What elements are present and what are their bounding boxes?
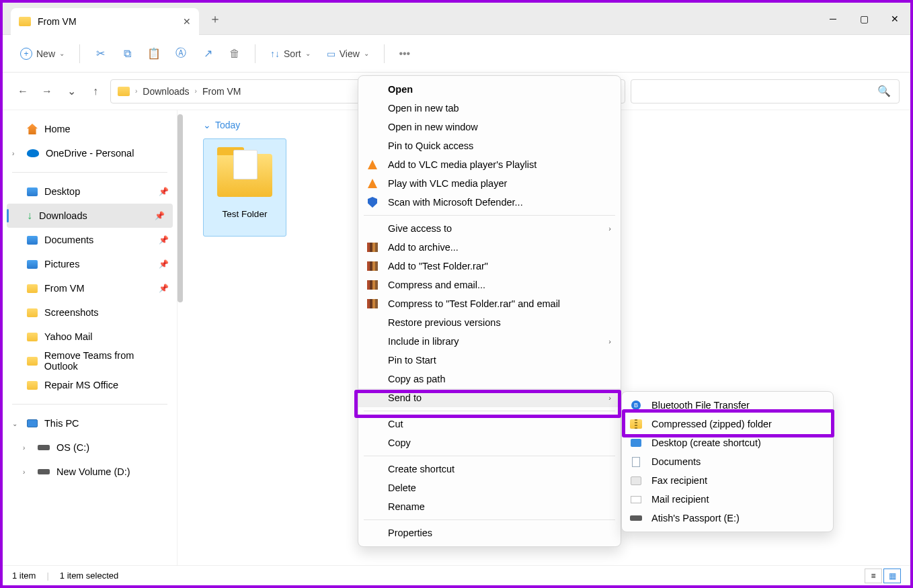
expand-icon[interactable]: ›: [12, 150, 14, 157]
sidebar-item-yahoomail[interactable]: Yahoo Mail: [3, 325, 177, 349]
menu-item-vlc-playlist[interactable]: Add to VLC media player's Playlist: [358, 155, 621, 174]
chevron-right-icon: ›: [592, 394, 611, 402]
menu-item-send-to[interactable]: Send to›: [358, 388, 621, 407]
details-view-button[interactable]: ≡: [865, 569, 882, 583]
menu-item-copy[interactable]: Copy: [358, 433, 621, 452]
fax-icon: [630, 474, 642, 487]
sidebar-item-removeteams[interactable]: Remove Teams from Outlook: [3, 349, 177, 373]
chevron-right-icon: ›: [592, 224, 611, 233]
menu-item-add-archive[interactable]: Add to archive...: [358, 238, 621, 257]
sidebar-item-os-c[interactable]: ›OS (C:): [3, 435, 177, 460]
menu-item-desktop-shortcut[interactable]: Desktop (create shortcut): [622, 433, 833, 452]
sidebar-item-pictures[interactable]: Pictures📌: [3, 252, 177, 276]
menu-item-compress-rar-email[interactable]: Compress to "Test Folder.rar" and email: [358, 294, 621, 313]
menu-item-fax[interactable]: Fax recipient: [622, 471, 833, 490]
cut-icon[interactable]: ✂: [88, 42, 112, 66]
maximize-button[interactable]: ▢: [848, 5, 879, 32]
menu-item-compressed-folder[interactable]: Compressed (zipped) folder: [622, 415, 833, 433]
sort-button[interactable]: ↑↓ Sort ⌄: [264, 42, 317, 66]
scrollbar[interactable]: [177, 114, 183, 302]
menu-item-include-library[interactable]: Include in library›: [358, 332, 621, 351]
breadcrumb-seg[interactable]: From VM: [202, 86, 241, 97]
drive-icon: [630, 512, 642, 524]
back-button[interactable]: ←: [13, 82, 32, 101]
sidebar-item-fromvm[interactable]: From VM📌: [3, 276, 177, 300]
sidebar-label: Home: [44, 124, 71, 134]
menu-item-copy-path[interactable]: Copy as path: [358, 370, 621, 388]
menu-item-vlc-play[interactable]: Play with VLC media player: [358, 174, 621, 193]
pin-icon: 📌: [159, 235, 169, 245]
menu-item-add-rar[interactable]: Add to "Test Folder.rar": [358, 257, 621, 276]
separator: [255, 44, 255, 63]
sort-label: Sort: [284, 48, 301, 59]
sidebar-item-onedrive[interactable]: ›OneDrive - Personal: [3, 141, 177, 165]
new-button[interactable]: + New ⌄: [13, 42, 71, 66]
menu-item-compress-email[interactable]: Compress and email...: [358, 276, 621, 294]
sidebar-item-repairms[interactable]: Repair MS Office: [3, 373, 177, 397]
menu-item-create-shortcut[interactable]: Create shortcut: [358, 460, 621, 478]
up-button[interactable]: ↑: [86, 82, 105, 101]
menu-item-give-access[interactable]: Give access to›: [358, 219, 621, 238]
menu-item-delete[interactable]: Delete: [358, 478, 621, 497]
menu-item-mail[interactable]: Mail recipient: [622, 490, 833, 509]
forward-button[interactable]: →: [38, 82, 56, 101]
menu-item-pin-quick-access[interactable]: Pin to Quick access: [358, 136, 621, 155]
menu-item-restore[interactable]: Restore previous versions: [358, 313, 621, 332]
new-tab-button[interactable]: ＋: [204, 8, 226, 30]
expand-icon[interactable]: ›: [23, 444, 25, 452]
menu-item-defender[interactable]: Scan with Microsoft Defender...: [358, 193, 621, 212]
menu-item-bluetooth[interactable]: BBluetooth File Transfer: [622, 396, 833, 415]
menu-item-drive-e[interactable]: Atish's Passport (E:): [622, 509, 833, 528]
file-item-test-folder[interactable]: Test Folder: [203, 138, 286, 237]
chevron-right-icon: ›: [135, 87, 137, 95]
sidebar-item-desktop[interactable]: Desktop📌: [3, 179, 177, 204]
vlc-icon: [366, 159, 379, 171]
bluetooth-icon: B: [630, 399, 642, 411]
sidebar-item-new-volume[interactable]: ›New Volume (D:): [3, 460, 177, 484]
sidebar-item-downloads[interactable]: ↓Downloads📌: [7, 204, 173, 228]
separator: [364, 215, 615, 216]
more-button[interactable]: •••: [393, 42, 417, 66]
menu-item-open-new-window[interactable]: Open in new window: [358, 118, 621, 136]
sidebar-label: Pictures: [44, 259, 79, 269]
expand-icon[interactable]: ⌄: [12, 420, 17, 427]
separator: [12, 172, 167, 173]
menu-item-properties[interactable]: Properties: [358, 523, 621, 542]
menu-item-documents[interactable]: Documents: [622, 452, 833, 471]
close-tab-icon[interactable]: ✕: [183, 16, 191, 27]
sidebar-item-documents[interactable]: Documents📌: [3, 228, 177, 252]
rename-icon[interactable]: Ⓐ: [169, 42, 193, 66]
folder-icon: [27, 357, 38, 366]
copy-icon[interactable]: ⧉: [115, 42, 139, 66]
recent-button[interactable]: ⌄: [62, 82, 81, 101]
minimize-button[interactable]: ─: [818, 5, 848, 32]
menu-item-open-new-tab[interactable]: Open in new tab: [358, 99, 621, 118]
chevron-right-icon: ›: [592, 337, 611, 345]
menu-item-rename[interactable]: Rename: [358, 497, 621, 516]
navigation-pane: Home ›OneDrive - Personal Desktop📌 ↓Down…: [3, 110, 177, 565]
close-window-button[interactable]: ✕: [879, 5, 910, 32]
pin-icon: 📌: [159, 187, 169, 196]
sidebar-item-thispc[interactable]: ⌄This PC: [3, 411, 177, 435]
sidebar-item-home[interactable]: Home: [3, 117, 177, 141]
search-icon: 🔍: [877, 85, 891, 97]
share-icon[interactable]: ↗: [196, 42, 220, 66]
delete-icon[interactable]: 🗑: [223, 42, 247, 66]
status-bar: 1 item | 1 item selected ≡ ▦: [3, 565, 910, 585]
view-toggle-group: ≡ ▦: [865, 569, 901, 583]
cloud-icon: [27, 149, 39, 157]
pin-icon: 📌: [159, 284, 169, 293]
paste-icon[interactable]: 📋: [142, 42, 166, 66]
sidebar-item-screenshots[interactable]: Screenshots: [3, 300, 177, 325]
menu-item-open[interactable]: Open: [358, 80, 621, 99]
icons-view-button[interactable]: ▦: [883, 569, 901, 583]
menu-item-pin-start[interactable]: Pin to Start: [358, 351, 621, 370]
sidebar-label: From VM: [44, 283, 85, 294]
tab-from-vm[interactable]: From VM ✕: [11, 8, 199, 35]
mail-icon: [630, 493, 642, 505]
expand-icon[interactable]: ›: [23, 468, 25, 476]
menu-item-cut[interactable]: Cut: [358, 415, 621, 433]
breadcrumb-seg[interactable]: Downloads: [143, 86, 189, 97]
search-box[interactable]: 🔍: [631, 79, 900, 103]
view-button[interactable]: ▭ View ⌄: [320, 42, 376, 66]
